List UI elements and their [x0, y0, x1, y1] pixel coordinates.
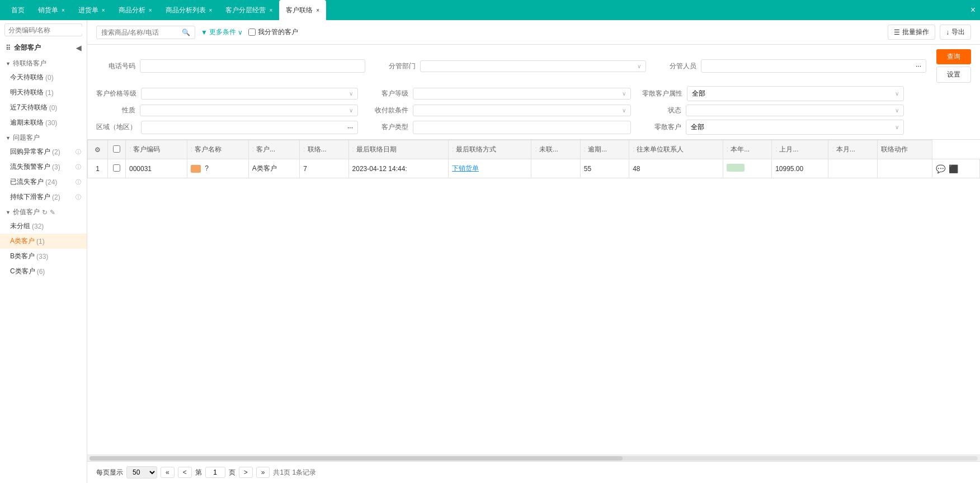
sidebar-item-type-b[interactable]: B类客户 (33): [0, 249, 87, 264]
filter-input-retail-attr[interactable]: 全部 ∨: [687, 86, 904, 101]
sidebar-item-type-c[interactable]: C类客户 (6): [0, 264, 87, 279]
sidebar-item-lost-info[interactable]: ⓘ: [76, 178, 81, 186]
filter-input-dept[interactable]: ∨: [420, 60, 646, 72]
col-gear[interactable]: ⚙: [88, 140, 108, 159]
nav-tab-analysis[interactable]: 商品分析 ×: [112, 0, 159, 20]
sidebar-item-warning[interactable]: 流失预警客户 (3) ⓘ: [0, 159, 87, 174]
col-action[interactable]: 联络动作: [877, 140, 932, 159]
col-this-month[interactable]: :本月...: [828, 140, 877, 159]
last-method-link[interactable]: 下销货单: [452, 164, 479, 172]
sidebar-collapse-icon[interactable]: ◀: [76, 44, 81, 52]
sidebar-search-input[interactable]: [8, 26, 87, 34]
sidebar-group-pending[interactable]: ▼ 待联络客户: [0, 56, 87, 70]
col-name[interactable]: :客户名称: [187, 140, 248, 159]
select-all-checkbox[interactable]: [113, 145, 120, 153]
filter-more-conditions[interactable]: ▼ 更多条件 ∨: [201, 27, 243, 37]
sidebar-group-value-refresh[interactable]: ↻: [42, 209, 48, 216]
col-not-contacted[interactable]: :未联...: [531, 140, 580, 159]
col-overdue[interactable]: :逾期...: [580, 140, 629, 159]
sidebar-item-declining-info[interactable]: ⓘ: [76, 193, 81, 201]
col-contact[interactable]: :联络...: [300, 140, 348, 159]
cell-check[interactable]: [108, 159, 126, 178]
sidebar-all-customers[interactable]: ⠿ 全部客户 ◀: [0, 40, 87, 56]
my-customers-checkbox[interactable]: 我分管的客户: [248, 27, 298, 37]
cell-last-method[interactable]: 下销货单: [449, 159, 531, 178]
filter-bar: 🔍 ▼ 更多条件 ∨ 我分管的客户 ☰ 批量操作 ↓ 导出: [87, 20, 980, 45]
sidebar-item-today[interactable]: 今天待联络 (0): [0, 70, 87, 85]
filter-row-4: 区域（地区） ··· 客户类型 零散客户 全部 ∨: [96, 120, 971, 135]
first-page-button[interactable]: «: [161, 467, 175, 478]
col-type[interactable]: :客户...: [248, 140, 300, 159]
query-button[interactable]: 查询: [936, 49, 971, 64]
sidebar-item-overdue[interactable]: 逾期未联络 (30): [0, 115, 87, 130]
nav-tab-customer-contact[interactable]: 客户联络 ×: [279, 0, 326, 20]
filter-input-person[interactable]: ···: [701, 59, 926, 73]
filter-input-retail[interactable]: 全部 ∨: [686, 120, 904, 135]
filter-input-customer-type[interactable]: [413, 121, 631, 134]
close-analysis-icon[interactable]: ×: [149, 7, 152, 13]
filter-search-input[interactable]: [101, 29, 180, 36]
filter-input-status[interactable]: ∨: [686, 105, 904, 116]
window-close-icon[interactable]: ×: [970, 5, 976, 15]
batch-operation-button[interactable]: ☰ 批量操作: [888, 25, 935, 40]
filter-input-phone[interactable]: [140, 59, 365, 73]
last-page-button[interactable]: »: [256, 467, 270, 478]
nav-tab-sales[interactable]: 销货单 ×: [31, 0, 72, 20]
sidebar-item-7days[interactable]: 近7天待联络 (0): [0, 100, 87, 115]
sidebar-search-box[interactable]: 🔍: [4, 23, 82, 36]
close-sales-icon[interactable]: ×: [62, 7, 65, 13]
page-size-select[interactable]: 50 100 200: [126, 466, 157, 479]
sidebar-group-problem[interactable]: ▼ 问题客户: [0, 130, 87, 144]
export-button[interactable]: ↓ 导出: [940, 25, 971, 40]
close-customer-contact-icon[interactable]: ×: [316, 7, 319, 13]
filter-input-region[interactable]: ···: [141, 121, 358, 134]
filter-input-price-grade[interactable]: ∨: [141, 88, 358, 100]
col-this-year[interactable]: :本年...: [723, 140, 771, 159]
col-last-date[interactable]: :最后联络日期: [348, 140, 449, 159]
my-customers-check[interactable]: [248, 29, 256, 36]
filter-input-payment[interactable]: ∨: [413, 105, 631, 116]
next-page-button[interactable]: >: [239, 467, 253, 478]
filter-input-customer-grade[interactable]: ∨: [413, 88, 631, 100]
settings-button[interactable]: 设置: [936, 67, 971, 83]
col-check[interactable]: [108, 140, 126, 159]
row-checkbox[interactable]: [113, 164, 120, 172]
close-purchase-icon[interactable]: ×: [102, 7, 105, 13]
sidebar-item-today-count: (0): [45, 74, 54, 82]
filter-input-nature[interactable]: ∨: [140, 105, 358, 116]
filter-search-box[interactable]: 🔍: [96, 26, 195, 39]
sidebar-item-type-c-count: (6): [37, 268, 45, 276]
sidebar-item-type-a[interactable]: A类客户 (1): [0, 234, 87, 249]
sidebar-group-value[interactable]: ▼ 价值客户 ↻ ✎: [0, 205, 87, 219]
sidebar-item-declining[interactable]: 持续下滑客户 (2) ⓘ: [0, 190, 87, 205]
close-analysis-list-icon[interactable]: ×: [209, 7, 213, 13]
sidebar-item-tomorrow-label: 明天待联络: [10, 88, 44, 97]
horizontal-scrollbar[interactable]: [87, 454, 980, 461]
sidebar-item-lost[interactable]: 已流失客户 (24) ⓘ: [0, 174, 87, 190]
qr-icon[interactable]: ⬛: [949, 164, 958, 173]
cell-action[interactable]: 💬 ⬛: [932, 159, 979, 178]
prev-page-button[interactable]: <: [178, 467, 192, 478]
chat-icon[interactable]: 💬: [936, 164, 945, 173]
col-last-month[interactable]: :上月...: [772, 140, 828, 159]
close-customer-mgmt-icon[interactable]: ×: [269, 7, 272, 13]
nav-tab-home[interactable]: 首页: [4, 0, 31, 20]
sidebar-item-abnormal-info[interactable]: ⓘ: [76, 148, 81, 156]
nav-tab-purchase[interactable]: 进货单 ×: [72, 0, 112, 20]
sidebar-item-tomorrow[interactable]: 明天待联络 (1): [0, 85, 87, 100]
nav-tab-analysis-list[interactable]: 商品分析列表 ×: [159, 0, 219, 20]
col-last-method[interactable]: :最后联络方式: [449, 140, 531, 159]
sidebar-item-unclassified-count: (32): [32, 222, 44, 230]
sidebar-group-value-edit[interactable]: ✎: [50, 209, 55, 216]
col-contacts[interactable]: :往来单位联系人: [629, 140, 723, 159]
col-code[interactable]: :客户编码: [126, 140, 187, 159]
scrollbar-thumb[interactable]: [89, 456, 623, 461]
sidebar-item-unclassified[interactable]: 未分组 (32): [0, 219, 87, 234]
sidebar-item-abnormal[interactable]: 回购异常客户 (2) ⓘ: [0, 144, 87, 159]
page-number-input[interactable]: [205, 467, 225, 478]
filter-row-3: 性质 ∨ 收付款条件 ∨ 状态 ∨: [96, 105, 971, 116]
scrollbar-track[interactable]: [89, 456, 978, 461]
nav-tab-customer-mgmt[interactable]: 客户分层经营 ×: [219, 0, 279, 20]
sidebar: 🔍 ⠿ 全部客户 ◀ ▼ 待联络客户 今天待联络 (0) 明天待联络 (1) 近…: [0, 20, 87, 483]
sidebar-item-warning-info[interactable]: ⓘ: [76, 163, 81, 171]
